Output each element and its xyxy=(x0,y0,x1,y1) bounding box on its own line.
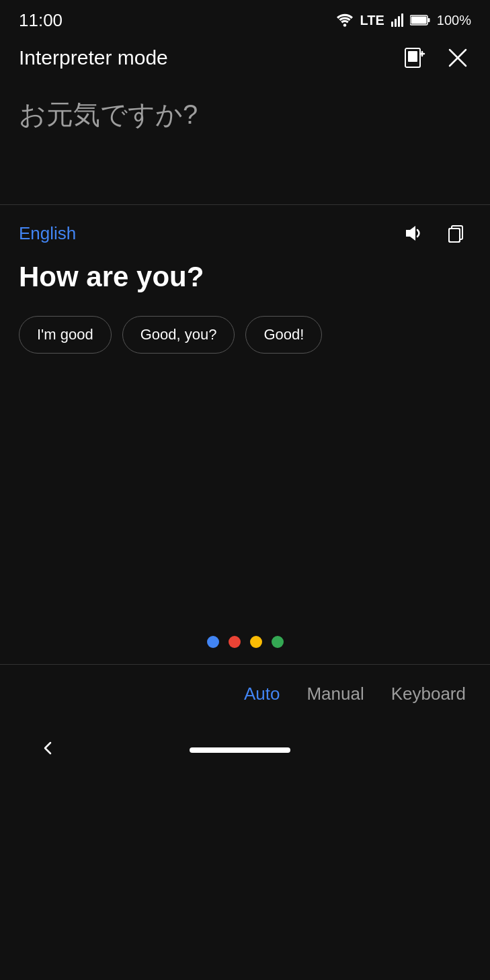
signal-icon xyxy=(391,13,403,27)
language-label: English xyxy=(19,223,76,244)
google-dots xyxy=(0,622,490,664)
svg-point-0 xyxy=(343,24,346,27)
dot-green xyxy=(272,636,284,648)
suggestions-row: I'm good Good, you? Good! xyxy=(19,316,471,354)
app-header: Interpreter mode xyxy=(0,38,490,83)
svg-rect-2 xyxy=(395,19,397,27)
svg-marker-12 xyxy=(406,226,415,241)
battery-percent: 100% xyxy=(437,13,471,28)
svg-rect-1 xyxy=(391,22,393,27)
suggestion-chip-1[interactable]: I'm good xyxy=(19,316,112,354)
back-icon xyxy=(40,740,56,756)
svg-rect-3 xyxy=(398,16,400,27)
auto-mode-button[interactable]: Auto xyxy=(244,684,280,704)
empty-area xyxy=(0,367,490,622)
home-indicator[interactable] xyxy=(190,747,290,753)
copy-button[interactable] xyxy=(442,218,471,248)
svg-rect-14 xyxy=(449,229,460,242)
status-bar: 11:00 LTE 100% xyxy=(0,0,490,38)
suggestion-chip-2[interactable]: Good, you? xyxy=(122,316,235,354)
svg-rect-9 xyxy=(408,51,417,62)
manual-mode-button[interactable]: Manual xyxy=(307,684,364,704)
header-actions xyxy=(401,44,471,71)
nav-bar xyxy=(0,723,490,777)
translation-area: English How are you? I'm good Good, xyxy=(0,205,490,367)
add-to-screen-icon xyxy=(404,47,425,69)
lte-label: LTE xyxy=(360,13,384,28)
dot-red xyxy=(229,636,241,648)
dot-blue xyxy=(207,636,219,648)
page-title: Interpreter mode xyxy=(19,46,168,69)
wifi-icon xyxy=(336,13,354,27)
status-icons: LTE 100% xyxy=(336,13,471,28)
status-time: 11:00 xyxy=(19,10,63,31)
copy-icon xyxy=(446,223,466,243)
volume-icon xyxy=(403,223,423,243)
mode-controls: Auto Manual Keyboard xyxy=(0,665,490,723)
speak-button[interactable] xyxy=(399,218,428,248)
dot-yellow xyxy=(250,636,262,648)
source-text-area: お元気ですか? xyxy=(0,83,490,204)
suggestion-chip-3[interactable]: Good! xyxy=(245,316,322,354)
keyboard-mode-button[interactable]: Keyboard xyxy=(391,684,466,704)
translation-action-icons xyxy=(399,218,471,248)
battery-icon xyxy=(410,14,430,26)
svg-rect-6 xyxy=(427,18,430,22)
close-icon xyxy=(448,48,467,67)
translation-header: English xyxy=(19,218,471,248)
add-to-screen-button[interactable] xyxy=(401,44,428,71)
translated-text: How are you? xyxy=(19,259,471,296)
svg-rect-4 xyxy=(401,13,403,27)
back-button[interactable] xyxy=(40,739,56,761)
source-text: お元気ですか? xyxy=(19,97,471,132)
svg-rect-7 xyxy=(411,17,426,24)
close-button[interactable] xyxy=(444,44,471,71)
